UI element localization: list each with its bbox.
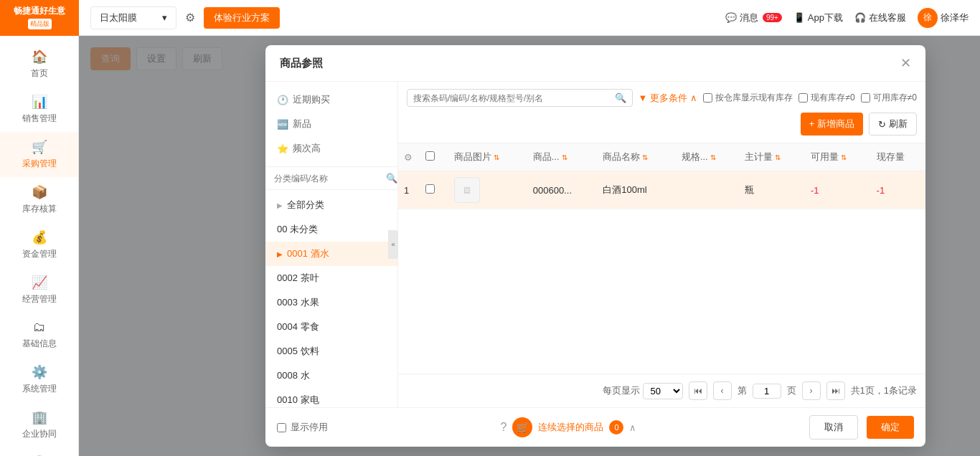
table-settings-icon[interactable]: ⚙ — [404, 152, 413, 163]
cat-item-0004[interactable]: 0004 零食 — [265, 315, 397, 339]
page-number-input[interactable] — [753, 384, 781, 399]
category-search-icon[interactable]: 🔍 — [386, 173, 397, 184]
sidebar-label-home: 首页 — [31, 67, 48, 80]
th-name: 商品名称 ⇅ — [597, 143, 676, 171]
product-search-icon[interactable]: 🔍 — [615, 92, 626, 103]
select-all-checkbox[interactable] — [425, 151, 435, 161]
cat-item-0005[interactable]: 0005 饮料 — [265, 339, 397, 364]
category-panel: 🕐 近期购买 🆕 新品 ⭐ 频次高 — [265, 82, 398, 407]
sidebar-label-enterprise: 企业协同 — [22, 428, 57, 440]
collapse-panel-btn[interactable]: « — [388, 230, 398, 259]
available-value: -1 — [811, 185, 819, 196]
settings-icon[interactable]: ⚙ — [185, 11, 195, 24]
sidebar-item-system[interactable]: ⚙️ 系统管理 — [0, 357, 78, 402]
modal-title: 商品参照 — [280, 57, 323, 70]
th-spec: 规格... ⇅ — [676, 143, 740, 171]
cat-item-0008[interactable]: 0008 水 — [265, 364, 397, 388]
sidebar-item-finance[interactable]: 💰 资金管理 — [0, 222, 78, 267]
refresh-icon: ↻ — [878, 119, 886, 130]
user-nav-item[interactable]: 徐 徐泽华 — [918, 8, 969, 28]
app-download-nav-item[interactable]: 📱 App下载 — [793, 11, 843, 24]
avatar: 徐 — [918, 8, 938, 28]
online-service-nav-item[interactable]: 🎧 在线客服 — [854, 11, 906, 24]
page-size-selector: 每页显示 50 100 — [603, 383, 683, 399]
product-image: 🖼 — [454, 177, 480, 203]
cat-0002-label: 0002 茶叶 — [277, 272, 319, 285]
show-disabled-label: 显示停用 — [291, 421, 328, 434]
filter-btn[interactable]: ▼ 更多条件 ∧ — [639, 92, 698, 105]
cat-all-arrow: ▶ — [277, 201, 283, 209]
sidebar-item-purchase[interactable]: 🛒 采购管理 — [0, 132, 78, 177]
new-icon: 🆕 — [277, 119, 288, 130]
checkbox-warehouse-stock-label: 按仓库显示现有库存 — [715, 92, 793, 104]
sidebar-item-guide[interactable]: 🎯 新手引导 — [0, 447, 78, 456]
th-code-label: 商品... — [533, 151, 560, 163]
sales-icon: 📊 — [32, 94, 47, 110]
page-size-select-input[interactable]: 50 100 — [643, 383, 683, 399]
sidebar-item-inventory[interactable]: 📦 库存核算 — [0, 177, 78, 222]
product-search-input[interactable] — [413, 93, 611, 103]
th-spec-label: 规格... — [682, 151, 708, 163]
cancel-button[interactable]: 取消 — [809, 415, 858, 440]
checkbox-available-stock[interactable]: 可用库存≠0 — [861, 92, 917, 104]
cat-00-label: 00 未分类 — [277, 223, 318, 236]
add-product-btn[interactable]: + 新增商品 — [801, 113, 863, 136]
tab-new-label: 新品 — [293, 118, 311, 130]
td-checkbox — [420, 171, 448, 209]
table-row[interactable]: 1 🖼 000600... — [398, 171, 925, 209]
cat-item-0002[interactable]: 0002 茶叶 — [265, 266, 397, 290]
branch-dropdown[interactable]: 日太阳膜 ▾ — [90, 6, 176, 29]
show-disabled-checkbox[interactable] — [277, 423, 286, 432]
checkbox-current-stock[interactable]: 现有库存≠0 — [798, 92, 854, 104]
checkbox-available-stock-label: 可用库存≠0 — [873, 92, 917, 104]
sidebar-label-sales: 销售管理 — [22, 113, 57, 125]
checkbox-warehouse-stock-input[interactable] — [703, 93, 712, 103]
modal-close-icon[interactable]: ✕ — [900, 55, 911, 71]
cat-item-0010[interactable]: 0010 家电 — [265, 388, 397, 407]
cat-0008-label: 0008 水 — [277, 369, 310, 382]
headset-icon: 🎧 — [854, 12, 866, 23]
sidebar-item-enterprise[interactable]: 🏢 企业协同 — [0, 402, 78, 447]
sidebar-item-basic[interactable]: 🗂 基础信息 — [0, 313, 78, 357]
checkbox-warehouse-stock[interactable]: 按仓库显示现有库存 — [703, 92, 793, 104]
cat-item-all[interactable]: ▶ 全部分类 — [265, 193, 397, 217]
confirm-button[interactable]: 确定 — [867, 416, 914, 439]
cat-0001-label: 0001 酒水 — [287, 247, 329, 260]
prev-page-btn[interactable]: ‹ — [713, 381, 732, 400]
checkbox-available-stock-input[interactable] — [861, 93, 870, 103]
product-toolbar: 🔍 ▼ 更多条件 ∧ 按仓库显示现有库存 — [398, 82, 925, 143]
checkbox-current-stock-input[interactable] — [798, 93, 808, 103]
first-page-btn[interactable]: ⏮ — [689, 381, 707, 400]
toolbar-action-btns: + 新增商品 ↻ 刷新 — [801, 113, 917, 136]
collapse-cart-icon[interactable]: ∧ — [629, 422, 636, 433]
sidebar-item-sales[interactable]: 📊 销售管理 — [0, 87, 78, 132]
cat-item-0001[interactable]: ▶ 0001 酒水 — [265, 242, 397, 266]
sidebar-label-finance: 资金管理 — [22, 248, 57, 260]
tab-recent[interactable]: 🕐 近期购买 — [265, 87, 397, 112]
tab-frequent[interactable]: ⭐ 频次高 — [265, 136, 397, 161]
th-available-label: 可用量 — [811, 151, 839, 163]
category-search-input[interactable] — [274, 174, 382, 184]
cat-item-0003[interactable]: 0003 水果 — [265, 290, 397, 315]
total-info: 共1页，1条记录 — [851, 384, 917, 397]
sidebar-item-home[interactable]: 🏠 首页 — [0, 42, 78, 87]
help-icon[interactable]: ? — [501, 421, 507, 434]
enterprise-icon: 🏢 — [32, 409, 47, 425]
cat-0003-label: 0003 水果 — [277, 296, 319, 309]
sidebar-item-operations[interactable]: 📈 经营管理 — [0, 267, 78, 313]
refresh-btn[interactable]: ↻ 刷新 — [869, 113, 917, 136]
last-page-btn[interactable]: ⏭ — [826, 381, 845, 400]
cart-icon[interactable]: 🛒 — [512, 417, 532, 437]
frequent-icon: ⭐ — [277, 143, 288, 154]
sort-spec-icon: ⇅ — [710, 153, 716, 161]
sort-available-icon: ⇅ — [841, 153, 847, 161]
cat-item-00[interactable]: 00 未分类 — [265, 217, 397, 242]
next-page-btn[interactable]: › — [802, 381, 821, 400]
cta-button[interactable]: 体验行业方案 — [204, 7, 280, 29]
inventory-icon: 📦 — [32, 184, 47, 200]
message-icon: 💬 — [725, 12, 737, 23]
row-checkbox[interactable] — [425, 184, 435, 194]
purchase-icon: 🛒 — [32, 139, 47, 155]
tab-new[interactable]: 🆕 新品 — [265, 112, 397, 136]
messages-nav-item[interactable]: 💬 消息 99+ — [725, 11, 782, 24]
